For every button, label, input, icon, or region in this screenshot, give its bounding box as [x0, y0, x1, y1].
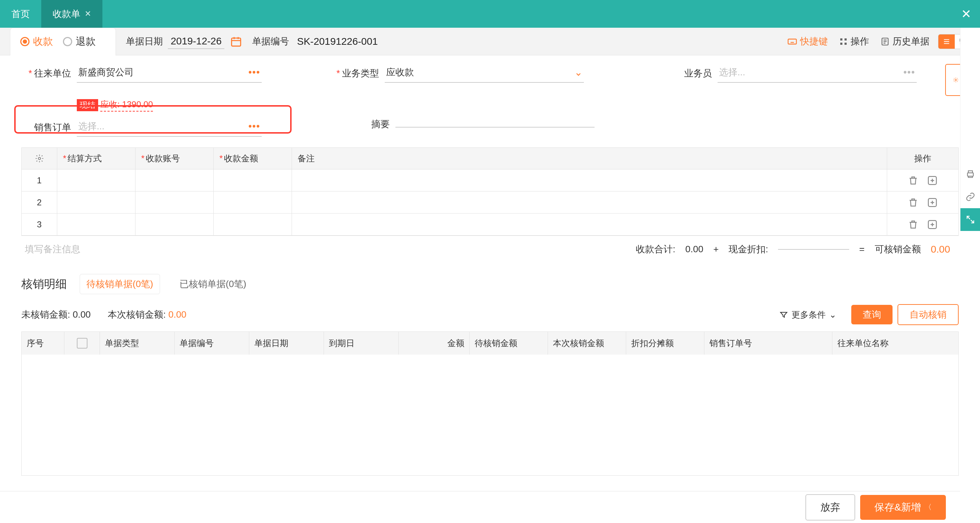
tab-close-icon[interactable]: ✕ — [84, 9, 91, 19]
customer-field: *往来单位 新盛商贸公司 ••• — [21, 64, 262, 83]
tab-home-label: 首页 — [11, 8, 30, 20]
footer: 放弃 保存&新增 〈 — [0, 491, 960, 523]
unwritten-value: 0.00 — [73, 309, 91, 320]
mode-receive-radio[interactable]: 收款 — [20, 35, 53, 48]
col-doctype: 单据类型 — [100, 332, 175, 355]
col-duedate: 到期日 — [324, 332, 399, 355]
mode-toggle: 收款 退款 — [10, 28, 116, 55]
col-customer: 往来单位名称 — [832, 332, 958, 355]
side-rail — [960, 28, 980, 231]
row-seq: 1 — [22, 170, 57, 191]
delete-row-icon[interactable] — [908, 197, 918, 208]
discard-button[interactable]: 放弃 — [805, 494, 855, 520]
salesman-label: 业务员 — [684, 68, 712, 79]
operate-label: 操作 — [851, 35, 869, 48]
save-new-button[interactable]: 保存&新增 〈 — [860, 495, 946, 520]
entry-row[interactable]: 3 — [22, 213, 958, 235]
summary-input[interactable] — [395, 121, 595, 128]
delete-row-icon[interactable] — [908, 175, 918, 186]
printer-icon — [966, 169, 975, 179]
remark-input[interactable]: 填写备注信息 — [25, 243, 274, 255]
summary-bar: 填写备注信息 收款合计: 0.00 + 现金折扣: = 可核销金额 0.00 — [21, 236, 959, 267]
salesman-field: 业务员 选择... ••• — [662, 64, 917, 83]
auto-writeoff-button[interactable]: 自动核销 — [897, 304, 959, 325]
plus-symbol: + — [713, 244, 719, 255]
col-sales-order: 销售订单号 — [705, 332, 832, 355]
tab-done-writeoff[interactable]: 已核销单据(0笔) — [173, 274, 253, 294]
equals-symbol: = — [859, 244, 864, 255]
col-seq: 序号 — [22, 332, 64, 355]
add-row-icon[interactable] — [927, 219, 938, 230]
shortcut-label: 快捷键 — [800, 35, 828, 48]
col-docno: 单据编号 — [175, 332, 249, 355]
col-checkbox[interactable] — [64, 332, 100, 355]
ellipsis-icon[interactable]: ••• — [904, 67, 915, 78]
ellipsis-icon[interactable]: ••• — [248, 67, 260, 78]
writeoff-body-empty — [22, 355, 958, 475]
tab-current[interactable]: 收款单 ✕ — [41, 0, 102, 28]
summary-label: 摘要 — [371, 119, 390, 129]
form-area: *往来单位 新盛商贸公司 ••• *业务类型 应收款 ⌄ 业务员 选择... •… — [0, 55, 980, 137]
svg-rect-5 — [845, 43, 846, 45]
customer-label: 往来单位 — [34, 68, 71, 79]
total-label: 收款合计: — [636, 243, 675, 255]
query-button[interactable]: 查询 — [851, 305, 892, 324]
side-print-button[interactable] — [961, 163, 980, 185]
entry-table: *结算方式 *收款账号 *收款金额 备注 操作 1 2 3 — [21, 147, 959, 236]
tab-home[interactable]: 首页 — [0, 0, 41, 28]
docno-value: SK-20191226-001 — [294, 35, 380, 49]
entry-settings-button[interactable] — [22, 148, 57, 169]
gear-icon — [35, 154, 44, 163]
keyboard-icon — [787, 36, 797, 46]
salesman-placeholder: 选择... — [719, 66, 745, 79]
more-conditions-label: 更多条件 — [792, 309, 826, 320]
more-conditions-button[interactable]: 更多条件 ⌄ — [780, 309, 836, 320]
chevron-down-icon: ⌄ — [574, 67, 582, 78]
side-expand-button[interactable] — [961, 208, 980, 231]
entry-header: *结算方式 *收款账号 *收款金额 备注 操作 — [22, 148, 958, 169]
entry-row[interactable]: 1 — [22, 169, 958, 191]
customer-input[interactable]: 新盛商贸公司 ••• — [77, 64, 262, 83]
calendar-icon[interactable] — [230, 35, 242, 48]
discount-input[interactable] — [778, 249, 849, 250]
side-link-button[interactable] — [961, 185, 980, 208]
mode-refund-radio[interactable]: 退款 — [63, 35, 95, 48]
window-close-button[interactable]: ✕ — [952, 0, 980, 28]
operate-button[interactable]: 操作 — [839, 35, 869, 48]
col-amount: 收款金额 — [224, 153, 258, 164]
chevron-down-icon: ⌄ — [829, 310, 836, 320]
row-seq: 2 — [22, 192, 57, 213]
grid-icon — [839, 37, 848, 46]
date-value[interactable]: 2019-12-26 — [168, 34, 224, 49]
date-label: 单据日期 — [126, 35, 163, 48]
shortcut-button[interactable]: 快捷键 — [787, 35, 828, 48]
view-list-button[interactable] — [939, 35, 955, 49]
tab-pending-writeoff[interactable]: 待核销单据(0笔) — [80, 274, 160, 294]
thistime-value: 0.00 — [169, 309, 187, 320]
radio-dot-icon — [20, 37, 30, 46]
salesman-input[interactable]: 选择... ••• — [718, 64, 917, 83]
biztype-label: 业务类型 — [342, 68, 379, 79]
writeoff-table: 序号 单据类型 单据编号 单据日期 到期日 金额 待核销金额 本次核销金额 折扣… — [21, 331, 959, 476]
entry-row[interactable]: 2 — [22, 191, 958, 213]
summary-field: 摘要 — [329, 118, 595, 130]
col-ops: 操作 — [914, 153, 931, 164]
writeable-label: 可核销金额 — [875, 243, 921, 255]
writeoff-header: 序号 单据类型 单据编号 单据日期 到期日 金额 待核销金额 本次核销金额 折扣… — [22, 332, 958, 355]
toolbar: 收款 退款 单据日期 2019-12-26 单据编号 SK-20191226-0… — [0, 28, 980, 55]
highlight-box — [14, 105, 291, 133]
biztype-value: 应收款 — [386, 66, 414, 79]
svg-rect-4 — [840, 43, 842, 45]
col-amount: 金额 — [399, 332, 470, 355]
add-row-icon[interactable] — [927, 175, 938, 186]
discount-label: 现金折扣: — [729, 243, 768, 255]
col-pending: 待核销金额 — [470, 332, 548, 355]
unwritten-label: 未核销金额: — [21, 309, 70, 320]
history-button[interactable]: 历史单据 — [880, 35, 929, 48]
add-row-icon[interactable] — [927, 197, 938, 208]
writeoff-title: 核销明细 — [21, 276, 67, 292]
col-account: 收款账号 — [146, 153, 180, 164]
mode-receive-label: 收款 — [33, 35, 53, 48]
delete-row-icon[interactable] — [908, 219, 918, 230]
biztype-input[interactable]: 应收款 ⌄ — [385, 64, 584, 83]
